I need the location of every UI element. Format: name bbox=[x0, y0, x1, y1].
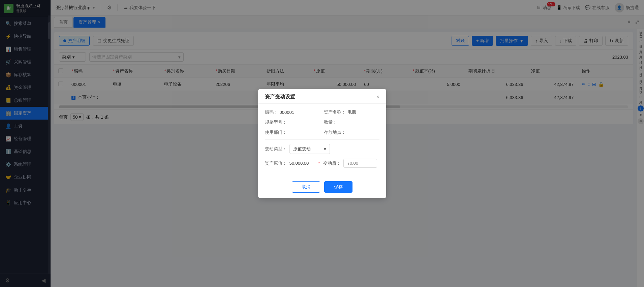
dialog-body: 编码： 000001 资产名称： 电脑 规格型号： 数量： bbox=[258, 104, 386, 178]
required-star: * bbox=[318, 161, 320, 166]
dialog-location-field: 存放地点： bbox=[324, 129, 379, 135]
dialog-name-field: 资产名称： 电脑 bbox=[324, 109, 379, 115]
change-type-select[interactable]: 原值变动 ▾ bbox=[289, 144, 330, 154]
dialog-divider bbox=[265, 139, 379, 140]
dialog-row-code-name: 编码： 000001 资产名称： 电脑 bbox=[265, 109, 379, 115]
dialog-value-row: 资产原值： 50,000.00 * 变动后： bbox=[265, 159, 379, 168]
dialog-spec-field: 规格型号： bbox=[265, 119, 320, 125]
dialog-footer: 取消 保存 bbox=[258, 178, 386, 198]
after-label: 变动后： bbox=[323, 160, 341, 166]
modal-overlay: 资产变动设置 × 编码： 000001 资产名称： 电脑 规格型号： bbox=[0, 0, 644, 287]
save-button[interactable]: 保存 bbox=[324, 181, 352, 193]
dialog-title: 资产变动设置 bbox=[265, 94, 295, 100]
select-chevron-icon: ▾ bbox=[324, 147, 326, 152]
dialog-code-field: 编码： 000001 bbox=[265, 109, 320, 115]
dialog-qty-field: 数量： bbox=[324, 119, 379, 125]
dialog-change-type: 变动类型： 原值变动 ▾ bbox=[265, 144, 379, 154]
dialog-row-spec-qty: 规格型号： 数量： bbox=[265, 119, 379, 125]
asset-change-dialog: 资产变动设置 × 编码： 000001 资产名称： 电脑 规格型号： bbox=[258, 89, 386, 198]
dialog-row-dept-location: 使用部门： 存放地点： bbox=[265, 129, 379, 135]
dialog-dept-field: 使用部门： bbox=[265, 129, 320, 135]
dialog-header: 资产变动设置 × bbox=[258, 89, 386, 104]
dialog-close-icon[interactable]: × bbox=[376, 94, 379, 100]
after-value-input[interactable] bbox=[343, 159, 377, 168]
cancel-button[interactable]: 取消 bbox=[292, 181, 320, 193]
